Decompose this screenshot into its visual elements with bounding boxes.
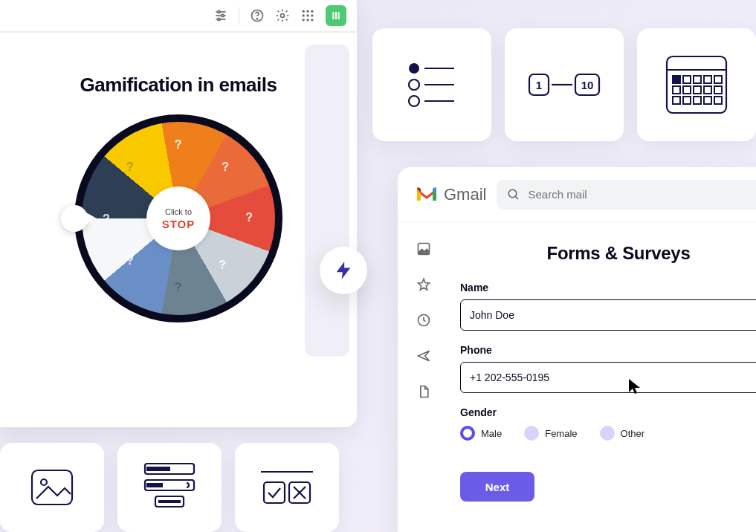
svg-point-16 [306,19,308,21]
svg-rect-51 [683,86,691,94]
nav-file-icon[interactable] [416,384,431,399]
gender-female-label: Female [545,428,577,439]
gender-label: Gender [460,406,756,418]
svg-point-12 [303,14,305,16]
svg-rect-57 [694,97,701,104]
image-icon [28,463,77,512]
radio-list-icon [401,53,463,116]
svg-line-61 [516,196,519,199]
svg-point-9 [303,10,305,13]
form-heading: Forms & Surveys [460,243,756,264]
apps-grid-icon[interactable] [300,8,315,23]
svg-point-13 [306,14,308,16]
editor-toolbar [0,0,357,33]
wheel-click-label: Click to [165,207,192,216]
svg-point-3 [218,10,220,13]
divider [239,7,239,24]
svg-rect-19 [335,12,337,20]
svg-rect-24 [146,467,170,471]
radio-icon [600,426,615,441]
gender-other[interactable]: Other [600,426,645,441]
tile-number-range[interactable]: 1 10 [505,28,624,141]
gender-male[interactable]: Male [460,426,502,441]
svg-rect-48 [704,76,711,83]
svg-rect-20 [338,12,340,20]
gmail-icon [416,186,438,204]
editor-sidepanel [305,45,349,357]
tile-form-list[interactable] [117,443,222,532]
search-icon [507,188,520,201]
svg-rect-18 [332,12,334,20]
gender-other-label: Other [621,428,645,439]
gmail-nav [398,222,450,532]
svg-rect-55 [673,97,680,104]
calendar-icon [659,48,734,122]
svg-rect-52 [694,86,701,94]
svg-rect-21 [32,470,72,505]
widget-tiles-bottom [0,429,339,532]
gear-icon[interactable] [275,8,290,23]
nav-image-icon[interactable] [416,241,431,256]
nav-star-icon[interactable] [416,277,431,292]
svg-point-22 [41,479,47,485]
svg-rect-50 [673,86,680,94]
radio-icon [524,426,539,441]
svg-point-15 [303,19,305,21]
svg-point-5 [218,18,220,20]
svg-point-10 [306,10,308,13]
svg-point-7 [256,19,257,19]
tile-accept-reject[interactable] [235,443,339,532]
gender-female[interactable]: Female [524,426,577,441]
tile-calendar[interactable] [637,28,756,141]
help-icon[interactable] [250,8,265,23]
bolt-badge [320,247,367,294]
gender-male-label: Male [481,428,502,439]
svg-rect-56 [683,97,691,104]
bolt-icon [333,260,354,281]
gmail-main: Forms & Surveys Name Phone Gender Male [450,222,756,532]
search-input[interactable] [528,188,756,201]
tile-image[interactable] [0,443,104,532]
svg-point-32 [409,63,419,74]
wheel-pointer-icon [61,205,88,232]
nav-clock-icon[interactable] [416,313,431,328]
svg-point-11 [311,10,313,13]
wheel-center-button[interactable]: Click to STOP [146,186,210,250]
svg-rect-54 [714,86,722,94]
svg-rect-30 [264,482,285,503]
svg-point-34 [409,80,419,90]
editor-panel: Gamification in emails ? ? ? ? ? ? ? ? C… [0,0,357,427]
svg-point-8 [281,14,285,18]
svg-rect-28 [158,500,181,503]
svg-rect-49 [714,76,722,83]
form-list-icon [136,458,203,517]
wheel-stop-label: STOP [162,218,196,230]
gmail-panel: Gmail Forms & Surveys Name Phone [398,167,756,532]
next-button[interactable]: Next [460,472,534,502]
tile-radio-list[interactable] [372,28,491,141]
gmail-brand-text: Gmail [444,185,486,204]
svg-rect-47 [694,76,701,83]
phone-field[interactable] [460,362,756,393]
svg-text:1: 1 [536,79,542,91]
gmail-search[interactable] [497,180,756,210]
editor-title: Gamification in emails [0,74,357,97]
svg-rect-53 [704,86,711,94]
svg-rect-46 [683,76,691,83]
name-field[interactable] [460,299,756,331]
sliders-icon[interactable] [213,8,228,23]
svg-point-4 [222,14,224,16]
svg-point-17 [311,19,313,21]
app-logo-icon[interactable] [326,5,346,26]
nav-sent-icon[interactable] [416,348,431,363]
name-label: Name [460,282,756,293]
svg-rect-58 [704,97,711,104]
svg-point-14 [311,14,313,16]
svg-rect-26 [146,483,163,487]
check-x-icon [253,461,320,513]
svg-point-60 [509,189,517,198]
spin-wheel[interactable]: ? ? ? ? ? ? ? ? Click to STOP [74,114,282,322]
svg-text:10: 10 [581,79,594,91]
gmail-header: Gmail [398,167,756,222]
svg-rect-45 [673,76,680,83]
